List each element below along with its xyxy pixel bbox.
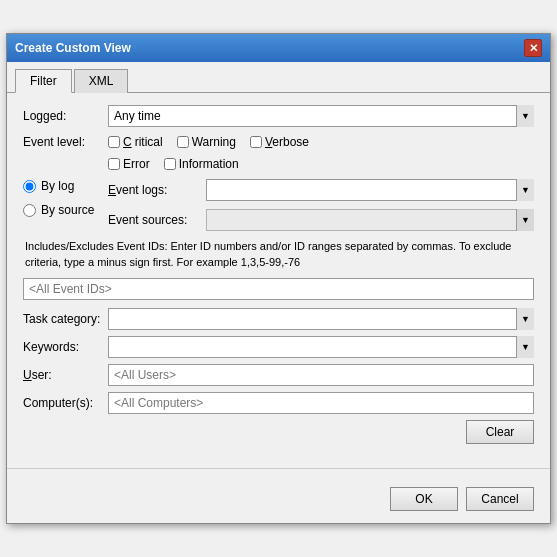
bylog-radio[interactable] bbox=[23, 180, 36, 193]
verbose-label: Verbose bbox=[265, 135, 309, 149]
filter-content: Logged: Any time Last hour Last 12 hours… bbox=[7, 93, 550, 464]
title-bar: Create Custom View ✕ bbox=[7, 34, 550, 62]
logged-row: Logged: Any time Last hour Last 12 hours… bbox=[23, 105, 534, 127]
information-checkbox[interactable] bbox=[164, 158, 176, 170]
event-sources-label: Event sources: bbox=[108, 213, 198, 227]
event-level-row: Event level: Critical Warning Verbose bbox=[23, 135, 534, 149]
event-sources-select-wrapper: ▼ bbox=[206, 209, 534, 231]
keywords-row: Keywords: ▼ bbox=[23, 336, 534, 358]
warning-label: Warning bbox=[192, 135, 236, 149]
user-label: User: bbox=[23, 368, 108, 382]
create-custom-view-dialog: Create Custom View ✕ Filter XML Logged: … bbox=[6, 33, 551, 524]
event-logs-select-wrapper: ▼ bbox=[206, 179, 534, 201]
event-level-row2: Error Information bbox=[108, 157, 534, 171]
log-source-radio-col: By log By source bbox=[23, 179, 108, 231]
logged-select[interactable]: Any time Last hour Last 12 hours Last 24… bbox=[108, 105, 534, 127]
checkbox-error: Error bbox=[108, 157, 150, 171]
task-category-select[interactable] bbox=[108, 308, 534, 330]
clear-btn-row: Clear bbox=[23, 420, 534, 444]
computer-label: Computer(s): bbox=[23, 396, 108, 410]
error-label: Error bbox=[123, 157, 150, 171]
all-event-ids-row bbox=[23, 278, 534, 300]
checkbox-warning: Warning bbox=[177, 135, 236, 149]
event-sources-row: Event sources: ▼ bbox=[108, 209, 534, 231]
logged-select-wrapper: Any time Last hour Last 12 hours Last 24… bbox=[108, 105, 534, 127]
event-logs-label: Event logs: bbox=[108, 183, 198, 197]
task-category-label: Task category: bbox=[23, 312, 108, 326]
keywords-label: Keywords: bbox=[23, 340, 108, 354]
bylog-label: By log bbox=[41, 179, 74, 193]
information-label: Information bbox=[179, 157, 239, 171]
critical-label: C bbox=[123, 135, 132, 149]
event-sources-select[interactable] bbox=[206, 209, 534, 231]
checkbox-information: Information bbox=[164, 157, 239, 171]
task-category-row: Task category: ▼ bbox=[23, 308, 534, 330]
user-input[interactable] bbox=[108, 364, 534, 386]
user-row: User: bbox=[23, 364, 534, 386]
bottom-buttons: OK Cancel bbox=[7, 479, 550, 523]
log-source-fields: Event logs: ▼ Event sources: ▼ bbox=[108, 179, 534, 231]
task-category-select-wrapper: ▼ bbox=[108, 308, 534, 330]
bysource-radio-item[interactable]: By source bbox=[23, 203, 108, 217]
keywords-select[interactable] bbox=[108, 336, 534, 358]
tab-filter[interactable]: Filter bbox=[15, 69, 72, 93]
logged-label: Logged: bbox=[23, 109, 108, 123]
event-level-checkboxes-row1: Critical Warning Verbose bbox=[108, 135, 534, 149]
bysource-radio[interactable] bbox=[23, 204, 36, 217]
log-source-block: By log By source Event logs: ▼ bbox=[23, 179, 534, 231]
event-level-label: Event level: bbox=[23, 135, 108, 149]
ok-button[interactable]: OK bbox=[390, 487, 458, 511]
bysource-label: By source bbox=[41, 203, 94, 217]
bylog-radio-item[interactable]: By log bbox=[23, 179, 108, 193]
event-level-checkboxes-row2: Error Information bbox=[108, 157, 534, 171]
critical-label-rest: ritical bbox=[135, 135, 163, 149]
event-logs-row: Event logs: ▼ bbox=[108, 179, 534, 201]
dialog-title: Create Custom View bbox=[15, 41, 131, 55]
computer-row: Computer(s): bbox=[23, 392, 534, 414]
warning-checkbox[interactable] bbox=[177, 136, 189, 148]
tab-xml[interactable]: XML bbox=[74, 69, 129, 93]
error-checkbox[interactable] bbox=[108, 158, 120, 170]
cancel-button[interactable]: Cancel bbox=[466, 487, 534, 511]
tabs-bar: Filter XML bbox=[7, 62, 550, 93]
close-button[interactable]: ✕ bbox=[524, 39, 542, 57]
critical-checkbox[interactable] bbox=[108, 136, 120, 148]
description-text: Includes/Excludes Event IDs: Enter ID nu… bbox=[23, 239, 534, 270]
computer-input[interactable] bbox=[108, 392, 534, 414]
verbose-checkbox[interactable] bbox=[250, 136, 262, 148]
checkbox-verbose: Verbose bbox=[250, 135, 309, 149]
checkbox-critical: Critical bbox=[108, 135, 163, 149]
all-event-ids-input[interactable] bbox=[23, 278, 534, 300]
keywords-select-wrapper: ▼ bbox=[108, 336, 534, 358]
divider bbox=[7, 468, 550, 469]
clear-button[interactable]: Clear bbox=[466, 420, 534, 444]
event-level-block: Event level: Critical Warning Verbose bbox=[23, 135, 534, 171]
event-logs-select[interactable] bbox=[206, 179, 534, 201]
